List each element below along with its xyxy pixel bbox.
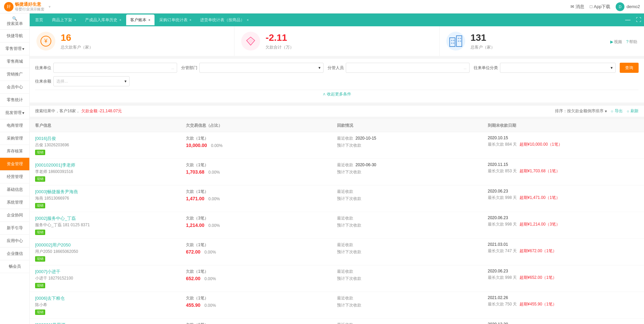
tab-close-inventory[interactable]: × (119, 18, 121, 22)
tab-bar-actions: — ⛶ (624, 17, 643, 23)
recovery-info-2: 最近收款 预计下次收款 (337, 189, 488, 202)
results-actions: 排序：按欠款金额倒序排序 ▾ ○ 导出 ○ 刷新 (555, 108, 639, 114)
help-btn[interactable]: ? 帮助 (626, 39, 637, 45)
sidebar-item-finance[interactable]: 资金管理 (0, 158, 29, 171)
svg-rect-10 (458, 38, 459, 39)
sidebar-item-operations[interactable]: 经营管理 (0, 171, 29, 183)
sidebar-item-basic-info[interactable]: 基础信息 (0, 183, 29, 196)
customer-name-0[interactable]: [0016]吕俊 (35, 136, 186, 142)
tab-products[interactable]: 商品上下架 × (48, 14, 80, 25)
sidebar-item-wecom[interactable]: 企业微信 (0, 247, 29, 260)
overdue-info-0: 2020.10.15 最长欠款 884 天 超期¥10,000.00（1笔） (488, 136, 639, 147)
sidebar-item-apps[interactable]: 应用中心 (0, 235, 29, 247)
debt-percent-5: 0.00% (204, 276, 216, 281)
overdue-date-7: 2020.12.30 (488, 322, 639, 324)
video-btn[interactable]: ▶ 视频 (610, 39, 622, 45)
balance-select[interactable]: 选择... ▾ (53, 76, 130, 86)
overdue-amount-4[interactable]: 超期¥672.00（1笔） (520, 248, 557, 253)
tab-minimize-btn[interactable]: — (624, 17, 632, 23)
overdue-amount-5[interactable]: 超期¥652.00（1笔） (520, 275, 557, 280)
svg-rect-11 (458, 40, 459, 42)
sidebar-item-marketing[interactable]: 营销推广 (0, 68, 29, 81)
sidebar-item-retail-mall[interactable]: 零售商城 (0, 55, 29, 68)
recovery-next-0: 预计下次收款 (337, 143, 488, 148)
collapse-filters-btn[interactable]: ∧ 收起更多条件 (35, 90, 639, 98)
unit-category-select[interactable]: ▾ (500, 63, 616, 73)
customer-info-0: [0016]吕俊 吕俊 13026203696 现销 (35, 136, 186, 155)
from-unit-input[interactable]: ... (53, 63, 177, 73)
table-header: 客户信息 欠交易信息（占比） 回款情况 到期未收款日期 (30, 119, 644, 132)
stat-card-actions: ▶ 视频 ? 帮助 (610, 38, 637, 45)
customer-name-1[interactable]: [0001020001]李老师 (35, 162, 186, 168)
person-input[interactable]: ... (346, 63, 470, 73)
tab-close-customer[interactable]: × (148, 18, 150, 22)
sidebar-item-inventory[interactable]: 库存核算 (0, 145, 29, 158)
sidebar-item-batch-mgmt[interactable]: 批发管理 ▾ (0, 107, 29, 119)
top-bar-right: ✉ 消息 □ App下载 D demo2 (570, 2, 640, 11)
tab-inventory-stats[interactable]: 进货单统计表（按商品） × (196, 14, 253, 25)
tab-close-products[interactable]: × (74, 18, 76, 22)
message-btn[interactable]: ✉ 消息 (570, 4, 584, 10)
sidebar-item-newbie[interactable]: 新手引导 (0, 222, 29, 235)
tab-close-inv-stats[interactable]: × (247, 18, 249, 22)
tab-maximize-btn[interactable]: ⛶ (635, 17, 643, 23)
sidebar-item-ecommerce[interactable]: 电商管理 (0, 119, 29, 132)
overdue-amount-3[interactable]: 超期¥1,214.00（3笔） (520, 222, 560, 227)
table-row: [0002]服务中心_丁磊 服务中心_丁磊 181 0125 8371 现销 欠… (30, 212, 644, 239)
customer-name-5[interactable]: [0007]小进干 (35, 269, 186, 275)
recovery-next-3: 预计下次收款 (337, 223, 488, 228)
sidebar-item-quick-nav[interactable]: 快捷导航 (0, 30, 29, 42)
sidebar-item-retail-stats[interactable]: 零售统计 (0, 94, 29, 107)
sort-button[interactable]: 排序：按欠款金额倒序排序 ▾ (555, 108, 607, 114)
user-area[interactable]: D demo2 (616, 2, 640, 11)
debt-info-3: 欠款（3笔） 1,214.00 0.00% (186, 215, 337, 229)
stat-value-total-debt: -2.11 (265, 32, 294, 43)
tab-home[interactable]: 首页 (31, 14, 47, 25)
export-button[interactable]: ○ 导出 (611, 108, 623, 114)
stat-card-total-debt: -2.11 欠款合计（万） (234, 26, 439, 56)
customer-name-6[interactable]: [0006]去下粮仓 (35, 295, 186, 301)
customer-name-2[interactable]: [0003]畅捷服务尹海燕 (35, 189, 186, 195)
debt-row-2: 1,471.00 0.00% (186, 196, 337, 202)
tab-purchase-order[interactable]: 采购订单统计表 × (155, 14, 196, 25)
svg-rect-12 (460, 38, 461, 39)
sidebar-item-enterprise[interactable]: 企业协同 (0, 209, 29, 222)
overdue-amount-6[interactable]: 超期¥455.90（1笔） (520, 302, 557, 306)
person-label: 分管人员 (328, 65, 344, 71)
sidebar-item-system[interactable]: 系统管理 (0, 196, 29, 209)
refresh-button[interactable]: ○ 刷新 (627, 108, 639, 114)
sidebar: 🔍 搜索菜单 快捷导航 零售管理 ▾ 零售商城 营销推广 会员中心 零售统计 批… (0, 13, 30, 324)
debt-count-7: 欠款（1笔） (186, 322, 337, 324)
debt-percent-2: 0.00% (208, 197, 220, 201)
debt-percent-4: 0.00% (204, 250, 216, 255)
customer-name-4[interactable]: [000002]用户2050 (35, 242, 186, 248)
recovery-next-2: 预计下次收款 (337, 196, 488, 202)
app-download-btn[interactable]: □ App下载 (590, 4, 610, 10)
debt-info-5: 欠款（1笔） 652.00 0.00% (186, 269, 337, 282)
query-button[interactable]: 查询 (620, 63, 639, 73)
tab-close-purchase[interactable]: × (190, 18, 192, 22)
filter-person: 分管人员 ... (328, 63, 470, 73)
customer-name-3[interactable]: [0002]服务中心_丁磊 (35, 215, 186, 222)
sidebar-item-vip[interactable]: 畅会员 (0, 260, 29, 273)
customer-phone-5: 小进干 18279152100 (35, 275, 186, 281)
overdue-info-1: 2020.11.15 最长欠款 853 天 超期¥1,703.68（1笔） (488, 162, 639, 174)
chevron-down-icon: ▾ (22, 47, 24, 51)
overdue-amount-1[interactable]: 超期¥1,703.68（1笔） (520, 169, 560, 173)
overdue-amount-2[interactable]: 超期¥1,471.00（1笔） (520, 195, 560, 200)
tab-customer-account[interactable]: 客户账本 × (126, 14, 155, 25)
dept-select[interactable]: ▾ (199, 63, 323, 73)
customer-name-7[interactable]: [000001]黄思源 (35, 322, 186, 324)
debt-percent-6: 0.00% (204, 303, 216, 308)
sidebar-item-member[interactable]: 会员中心 (0, 81, 29, 94)
sidebar-search[interactable]: 🔍 搜索菜单 (0, 13, 29, 30)
sidebar-item-retail-mgmt[interactable]: 零售管理 ▾ (0, 42, 29, 55)
overdue-detail-4: 最长欠款 747 天 超期¥672.00（1笔） (488, 248, 639, 254)
customer-info-5: [0007]小进干 小进干 18279152100 现销 (35, 269, 186, 288)
dept-chevron: ▾ (318, 65, 320, 70)
expand-company-icon[interactable]: ▾ (49, 4, 51, 9)
tab-inventory-history[interactable]: 产成品入库单历史 × (81, 14, 125, 25)
overdue-amount-0[interactable]: 超期¥10,000.00（1笔） (520, 142, 562, 147)
from-unit-dots: ... (171, 66, 174, 70)
sidebar-item-purchase[interactable]: 采购管理 (0, 132, 29, 145)
